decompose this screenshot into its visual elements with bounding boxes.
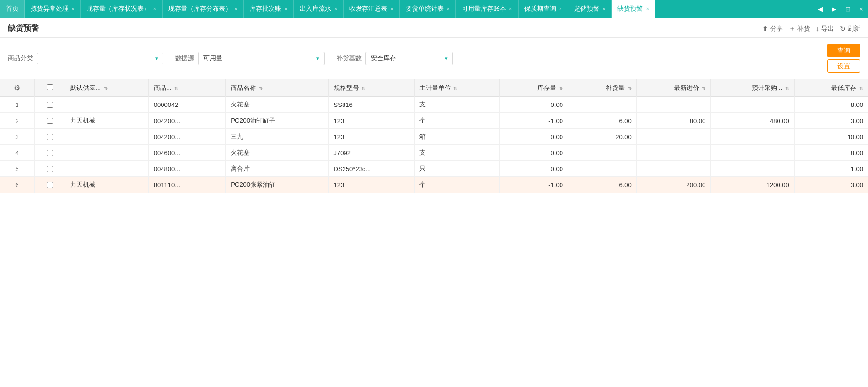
replenish-qty-sort-icon[interactable]: ⇅ [628, 86, 632, 91]
th-unit-label: 主计量单位 [419, 84, 451, 91]
est-purchase-sort-icon[interactable]: ⇅ [785, 86, 789, 91]
tab-overstock[interactable]: 超储预警 × [568, 0, 612, 18]
tab-in-out-flow-label: 出入库流水 [300, 4, 331, 13]
table-container: ⚙ 默认供应... ⇅ 商品... ⇅ 商品名称 ⇅ [0, 79, 868, 193]
tab-batch-account-close[interactable]: × [284, 6, 287, 12]
refresh-btn[interactable]: ↻ 刷新 [840, 24, 860, 33]
row-checkbox-2[interactable] [47, 134, 53, 140]
cell-product-name-5: PC200张紧油缸 [226, 177, 328, 193]
tab-scroll-right-btn[interactable]: ▶ [827, 5, 841, 13]
tab-receive-summary-label: 收发存汇总表 [349, 4, 387, 13]
tab-overstock-close[interactable]: × [602, 6, 605, 12]
cell-stock-0: 0.00 [500, 97, 568, 113]
tab-receive-summary-close[interactable]: × [390, 6, 393, 12]
cell-supplier-2 [65, 129, 149, 145]
tab-inventory-status-close[interactable]: × [153, 6, 156, 12]
row-checkbox-3[interactable] [47, 150, 53, 156]
product-name-sort-icon[interactable]: ⇅ [259, 86, 263, 91]
tab-in-out-flow-close[interactable]: × [334, 6, 337, 12]
category-select[interactable]: ▾ [37, 53, 163, 64]
tab-restore-btn[interactable]: ⊡ [841, 5, 854, 13]
cell-spec-5: 123 [328, 177, 414, 193]
tab-close-all-btn[interactable]: × [854, 5, 868, 13]
th-stock: 库存量 ⇅ [500, 79, 568, 97]
cell-min-stock-1: 3.00 [794, 113, 868, 129]
cell-est-purchase-4 [711, 161, 795, 177]
category-label: 商品分类 [8, 54, 33, 63]
tab-shortage[interactable]: 缺货预警 × [612, 0, 655, 18]
cell-unit-5: 个 [414, 177, 499, 193]
settings-button[interactable]: 设置 [827, 59, 860, 73]
refresh-label: 刷新 [848, 24, 860, 33]
cell-replenish-qty-5: 6.00 [568, 177, 636, 193]
category-chevron-icon: ▾ [155, 55, 158, 62]
column-settings-icon[interactable]: ⚙ [14, 84, 20, 92]
tab-batch-account[interactable]: 库存批次账 × [244, 0, 293, 18]
datasource-select[interactable]: 可用量 ▾ [198, 52, 325, 65]
cell-replenish-qty-0 [568, 97, 636, 113]
cell-replenish-qty-3 [568, 145, 636, 161]
tab-scroll-left-btn[interactable]: ◀ [814, 5, 827, 13]
th-replenish-qty-label: 补货量 [606, 84, 625, 91]
th-est-purchase: 预计采购... ⇅ [711, 79, 795, 97]
cell-latest-price-5: 200.00 [636, 177, 711, 193]
tab-inventory-dist-label: 现存量（库存分布表） [168, 4, 232, 13]
tab-shortage-close[interactable]: × [646, 6, 649, 12]
tab-inventory-dist[interactable]: 现存量（库存分布表） × [163, 0, 244, 18]
tab-in-out-flow[interactable]: 出入库流水 × [294, 0, 344, 18]
cell-est-purchase-2 [711, 129, 795, 145]
row-checkbox-0[interactable] [47, 102, 53, 108]
min-stock-sort-icon[interactable]: ⇅ [859, 86, 863, 91]
tab-expiry-query[interactable]: 保质期查询 × [519, 0, 568, 18]
query-button[interactable]: 查询 [827, 44, 860, 57]
tab-home-label: 首页 [6, 4, 18, 13]
tab-home[interactable]: 首页 [0, 0, 25, 18]
page-header: 缺货预警 ⬆ 分享 ＋ 补货 ↓ 导出 ↻ 刷新 [0, 18, 868, 38]
tab-inventory-dist-close[interactable]: × [235, 6, 237, 12]
supplier-sort-icon[interactable]: ⇅ [104, 86, 108, 91]
row-checkbox-1[interactable] [47, 118, 53, 124]
tab-expiry-query-close[interactable]: × [559, 6, 562, 12]
export-icon: ↓ [816, 25, 819, 33]
th-product-code: 商品... ⇅ [148, 79, 225, 97]
tab-inventory-status[interactable]: 现存量（库存状况表） × [81, 0, 162, 18]
spec-sort-icon[interactable]: ⇅ [362, 86, 365, 91]
tab-demand-stats-close[interactable]: × [447, 6, 450, 12]
table-row: 2 力天机械 004200... PC200油缸缸子 123 个 -1.00 6… [0, 113, 868, 129]
datasource-chevron-icon: ▾ [316, 55, 319, 62]
tab-receive-summary[interactable]: 收发存汇总表 × [344, 0, 399, 18]
table-row: 4 004600... 火花塞 J7092 支 0.00 8.00 [0, 145, 868, 161]
cell-unit-4: 只 [414, 161, 499, 177]
export-label: 导出 [821, 24, 834, 33]
tab-available-ledger-close[interactable]: × [509, 6, 512, 12]
th-product-code-label: 商品... [154, 84, 172, 91]
table-row: 1 0000042 火花塞 SS816 支 0.00 8.00 [0, 97, 868, 113]
row-checkbox-4[interactable] [47, 166, 53, 172]
unit-sort-icon[interactable]: ⇅ [453, 86, 457, 91]
replenish-btn[interactable]: ＋ 补货 [789, 24, 810, 33]
latest-price-sort-icon[interactable]: ⇅ [702, 86, 705, 91]
replenish-base-select[interactable]: 安全库存 ▾ [365, 52, 453, 65]
th-settings: ⚙ [0, 79, 34, 97]
cell-replenish-qty-4 [568, 161, 636, 177]
tab-defect-abnormal-close[interactable]: × [72, 6, 74, 12]
tab-available-ledger[interactable]: 可用量库存账本 × [456, 0, 518, 18]
cell-product-name-2: 三九 [226, 129, 328, 145]
cell-spec-2: 123 [328, 129, 414, 145]
product-code-sort-icon[interactable]: ⇅ [174, 86, 178, 91]
cell-unit-0: 支 [414, 97, 499, 113]
page-title: 缺货预警 [8, 23, 39, 34]
tab-demand-stats[interactable]: 要货单统计表 × [400, 0, 456, 18]
cell-product-name-0: 火花塞 [226, 97, 328, 113]
tab-defect-abnormal[interactable]: 拣货异常处理 × [25, 0, 81, 18]
cell-spec-1: 123 [328, 113, 414, 129]
share-btn[interactable]: ⬆ 分享 [762, 24, 783, 33]
cell-stock-4: 0.00 [500, 161, 568, 177]
refresh-icon: ↻ [840, 25, 846, 33]
main-content: 缺货预警 ⬆ 分享 ＋ 补货 ↓ 导出 ↻ 刷新 商品分类 [0, 18, 868, 387]
select-all-checkbox[interactable] [47, 84, 53, 90]
export-btn[interactable]: ↓ 导出 [816, 24, 834, 33]
cell-checkbox-1 [34, 113, 65, 129]
row-checkbox-5[interactable] [47, 182, 53, 188]
stock-sort-icon[interactable]: ⇅ [559, 86, 563, 91]
